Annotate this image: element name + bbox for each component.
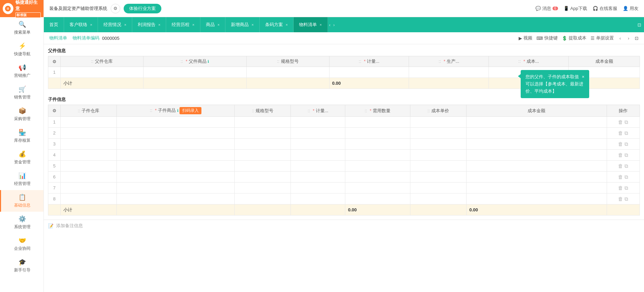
scan-button[interactable]: 扫码录入: [179, 107, 201, 114]
tab-bom[interactable]: 物料清单 ×: [294, 17, 327, 32]
child-row8-spec[interactable]: [235, 194, 291, 205]
message-button[interactable]: 💬 消息 6: [535, 5, 558, 12]
sidebar-item-collab[interactable]: 🤝 企业协同: [0, 233, 44, 255]
child-row5-unit[interactable]: [291, 161, 345, 172]
delete-icon-7[interactable]: 🗑: [618, 185, 623, 191]
sidebar-item-quick-nav[interactable]: ⚡ 快捷导航: [0, 39, 44, 60]
sidebar-item-finance[interactable]: 💰 资金管理: [0, 147, 44, 168]
tab-profit[interactable]: 利润报告 ×: [132, 17, 166, 32]
note-text[interactable]: 添加备注信息: [56, 223, 83, 229]
parent-row1-spec[interactable]: [247, 67, 330, 78]
content-nav-next[interactable]: ›: [627, 36, 631, 41]
tab-home[interactable]: 首页: [44, 17, 64, 32]
parent-row1-warehouse[interactable]: [61, 67, 144, 78]
sidebar-item-ops[interactable]: 📊 经营管理: [0, 168, 44, 190]
copy-icon-6[interactable]: ⧉: [624, 174, 628, 180]
child-row8-qty[interactable]: [345, 194, 410, 205]
app-download-button[interactable]: 📱 App下载: [564, 5, 587, 12]
child-row2-unit-cost[interactable]: [410, 128, 466, 139]
nav-prev[interactable]: ‹: [328, 22, 332, 27]
child-row8-warehouse[interactable]: [61, 194, 117, 205]
delete-icon-8[interactable]: 🗑: [618, 196, 623, 202]
tab-bom-close[interactable]: ×: [320, 23, 322, 27]
child-row8-unit-cost[interactable]: [410, 194, 466, 205]
child-row6-spec[interactable]: [235, 172, 291, 183]
sidebar-item-purchase[interactable]: 📦 采购管理: [0, 104, 44, 125]
child-row6-qty[interactable]: [345, 172, 410, 183]
child-row4-goods[interactable]: [117, 150, 235, 161]
child-row2-unit[interactable]: [291, 128, 345, 139]
sidebar-item-marketing[interactable]: 📢 营销推广: [0, 60, 44, 82]
parent-row1-production[interactable]: [409, 67, 489, 78]
copy-icon-8[interactable]: ⧉: [624, 196, 628, 202]
parent-row1-goods[interactable]: [143, 67, 246, 78]
child-row3-unit[interactable]: [291, 139, 345, 150]
nav-next[interactable]: ›: [332, 22, 336, 27]
sidebar-item-basic[interactable]: 📋 基础信息: [0, 190, 44, 212]
sidebar-item-sales[interactable]: 🛒 销售管理: [0, 82, 44, 104]
child-row5-spec[interactable]: [235, 161, 291, 172]
child-row5-warehouse[interactable]: [61, 161, 117, 172]
child-col-gear[interactable]: ⚙: [48, 105, 61, 117]
sidebar-item-guide[interactable]: 🎓 新手引导: [0, 255, 44, 277]
child-row5-unit-cost[interactable]: [410, 161, 466, 172]
tab-customer[interactable]: 客户联络 ×: [64, 17, 98, 32]
child-row6-goods[interactable]: [117, 172, 235, 183]
sidebar-item-search[interactable]: 🔍 搜索菜单: [0, 17, 44, 39]
child-row4-warehouse[interactable]: [61, 150, 117, 161]
child-row5-goods[interactable]: [117, 161, 235, 172]
delete-icon-6[interactable]: 🗑: [618, 174, 623, 180]
tab-goods[interactable]: 商品 ×: [200, 17, 225, 32]
child-row2-warehouse[interactable]: [61, 128, 117, 139]
tab-barcode-close[interactable]: ×: [286, 23, 288, 27]
parent-col-gear[interactable]: ⚙: [48, 56, 61, 67]
tab-goods-close[interactable]: ×: [218, 23, 220, 27]
settings-btn[interactable]: ☰ 单据设置: [591, 35, 614, 41]
delete-icon-2[interactable]: 🗑: [618, 130, 623, 136]
child-row1-spec[interactable]: [235, 117, 291, 128]
child-row2-qty[interactable]: [345, 128, 410, 139]
tab-bizhistory[interactable]: 经营历程 ×: [166, 17, 200, 32]
delete-icon-4[interactable]: 🗑: [618, 152, 623, 158]
content-nav-prev[interactable]: ‹: [618, 36, 622, 41]
child-row3-spec[interactable]: [235, 139, 291, 150]
child-row1-warehouse[interactable]: [61, 117, 117, 128]
delete-icon-3[interactable]: 🗑: [618, 141, 623, 147]
sidebar-item-inventory[interactable]: 🏪 库存核算: [0, 125, 44, 147]
child-row7-goods[interactable]: [117, 183, 235, 194]
child-row7-unit-cost[interactable]: [410, 183, 466, 194]
child-row4-unit-cost[interactable]: [410, 150, 466, 161]
tooltip-close-button[interactable]: ×: [582, 73, 584, 81]
child-row6-unit-cost[interactable]: [410, 172, 466, 183]
child-row7-warehouse[interactable]: [61, 183, 117, 194]
tab-bizhistory-close[interactable]: ×: [192, 23, 194, 27]
parent-row1-unit[interactable]: [329, 67, 409, 78]
tab-bizstatus-close[interactable]: ×: [124, 23, 126, 27]
tab-newgoods-close[interactable]: ×: [251, 23, 253, 27]
child-row4-spec[interactable]: [235, 150, 291, 161]
tab-bizstatus[interactable]: 经营情况 ×: [98, 17, 132, 32]
child-row3-unit-cost[interactable]: [410, 139, 466, 150]
user-menu[interactable]: 👤 用友: [623, 5, 639, 12]
cost-btn[interactable]: 💲 提取成本: [562, 35, 586, 41]
child-row3-goods[interactable]: [117, 139, 235, 150]
try-button[interactable]: 体验行业方案: [124, 4, 161, 13]
child-row5-qty[interactable]: [345, 161, 410, 172]
expand-icon[interactable]: ⊡: [635, 36, 639, 41]
service-button[interactable]: 🎧 在线客服: [593, 5, 617, 12]
copy-icon-1[interactable]: ⧉: [624, 119, 628, 125]
close-all-icon[interactable]: ⊡: [637, 22, 644, 27]
child-row6-warehouse[interactable]: [61, 172, 117, 183]
child-row2-goods[interactable]: [117, 128, 235, 139]
breadcrumb-bom[interactable]: 物料清单: [49, 35, 67, 41]
tab-profit-close[interactable]: ×: [158, 23, 160, 27]
delete-icon-1[interactable]: 🗑: [618, 119, 623, 125]
child-row2-spec[interactable]: [235, 128, 291, 139]
child-row1-goods[interactable]: [117, 117, 235, 128]
child-row4-unit[interactable]: [291, 150, 345, 161]
tab-newgoods[interactable]: 新增商品 ×: [225, 17, 259, 32]
copy-icon-5[interactable]: ⧉: [624, 163, 628, 169]
tab-barcode[interactable]: 条码方案 ×: [260, 17, 294, 32]
child-row7-unit[interactable]: [291, 183, 345, 194]
sidebar-item-system[interactable]: ⚙️ 系统管理: [0, 212, 44, 233]
